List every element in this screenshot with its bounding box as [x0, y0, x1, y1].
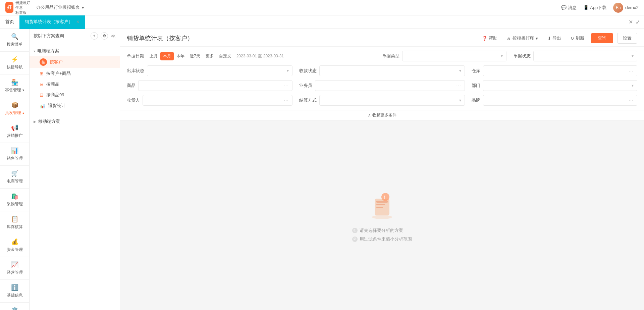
app-download-button[interactable]: 📱 App下载: [583, 5, 606, 11]
scheme-item-by-customer[interactable]: 按 按客户: [30, 56, 120, 68]
refresh-icon: ↻: [571, 36, 574, 41]
tip-1-num: ①: [352, 228, 358, 233]
sidebar-item-system-mgmt[interactable]: ⚙️ 系统管理: [0, 303, 29, 310]
salesperson-label: 业务员: [299, 83, 312, 89]
template-print-label: 按模板打印: [513, 35, 534, 41]
message-button[interactable]: 💬 消息: [561, 5, 577, 11]
warehouse-control[interactable]: ···: [483, 65, 637, 76]
recipient-label: 收货人: [127, 97, 140, 103]
sidebar-item-basic-info[interactable]: ℹ️ 基础信息: [0, 280, 29, 303]
date-tab-last-month[interactable]: 上月: [147, 52, 160, 60]
sidebar-item-retail-mgmt[interactable]: 🏪 零售管理 ▾: [0, 74, 29, 97]
filter-item-out-status: 出库状态 ▾: [127, 65, 292, 76]
date-tab-more[interactable]: 更多: [203, 52, 216, 60]
tab-sales-stats[interactable]: 销货单统计表（按客户） ✕: [19, 15, 85, 29]
returns-stats-label: 退货统计: [48, 103, 65, 109]
sidebar-item-search-menu[interactable]: 🔍 搜索菜单: [0, 29, 29, 52]
date-tab-current-year[interactable]: 本年: [174, 52, 187, 60]
tab-maximize-button[interactable]: ⤢: [636, 19, 640, 25]
mobile-schemes-header[interactable]: ▶ 移动端方案: [30, 116, 120, 126]
help-button[interactable]: ❓ 帮助: [479, 34, 500, 43]
department-control[interactable]: ▾: [483, 80, 637, 91]
filter-row-1: 单据日期 上月 本月 本年 近7天 更多 自定义 2023-03-01 至 20…: [127, 51, 637, 61]
sidebar-item-purchase-mgmt[interactable]: 🛍️ 采购管理: [0, 189, 29, 211]
settings-scheme-icon: ⚙: [103, 34, 106, 38]
settlement-control[interactable]: ▾: [319, 95, 465, 106]
content-area: 销货单统计表（按客户） ❓ 帮助 🖨 按模板打印 ▾ ⬇ 导出 ↻ 刷新: [120, 29, 644, 310]
sidebar-item-quick-nav[interactable]: ⚡ 快捷导航: [0, 52, 29, 74]
sidebar-item-operations-mgmt[interactable]: 📈 经营管理: [0, 257, 29, 280]
by-customer-product-label: 按客户+商品: [46, 70, 71, 76]
sidebar-item-inventory[interactable]: 📋 库存核算: [0, 211, 29, 234]
brand-control[interactable]: ···: [483, 95, 637, 106]
receipt-status-control[interactable]: ▾: [319, 65, 465, 76]
export-button[interactable]: ⬇ 导出: [545, 34, 564, 43]
date-tabs: 上月 本月 本年 近7天 更多 自定义: [147, 52, 234, 60]
warehouse-ellipsis-icon: ···: [629, 68, 634, 73]
pc-schemes-header[interactable]: ▾ 电脑端方案: [30, 46, 120, 56]
sidebar: 🔍 搜索菜单 ⚡ 快捷导航 🏪 零售管理 ▾ 📦 批发管理 ▴ 📢 营销推广: [0, 29, 30, 310]
date-tab-custom[interactable]: 自定义: [216, 52, 234, 60]
logo-area: 好 畅捷通好生意 标赛版: [5, 0, 32, 15]
product-ellipsis-icon: ···: [284, 83, 289, 88]
doc-status-control[interactable]: ▾: [533, 51, 638, 61]
breadcrumb-text: 办公用品行业模拟账套: [36, 4, 80, 10]
tab-bar-actions: ✕ ⤢: [629, 19, 644, 25]
sales-stats-tab-label: 销货单统计表（按客户）: [25, 19, 73, 25]
user-avatar-area[interactable]: Ea demo2: [613, 3, 639, 13]
tab-close-button[interactable]: ✕: [629, 19, 633, 25]
top-header: 好 畅捷通好生意 标赛版 办公用品行业模拟账套 ▾ 💬 消息 📱 App下载 E…: [0, 0, 644, 15]
receipt-status-label: 收款状态: [299, 68, 317, 74]
main-layout: 🔍 搜索菜单 ⚡ 快捷导航 🏪 零售管理 ▾ 📦 批发管理 ▴ 📢 营销推广: [0, 29, 644, 310]
filter-item-settlement: 结算方式 ▾: [299, 95, 465, 106]
header-right: 💬 消息 📱 App下载 Ea demo2: [561, 3, 639, 13]
sidebar-item-wholesale-mgmt[interactable]: 📦 批发管理 ▴: [0, 97, 29, 120]
filter-row-3: 商品 ··· 业务员 ··· 部门: [127, 80, 637, 91]
settings-button[interactable]: 设置: [617, 33, 637, 44]
doc-type-arrow-icon: ▾: [501, 54, 503, 58]
sidebar-item-marketing[interactable]: 📢 营销推广: [0, 120, 29, 143]
collapse-bar-label: 收起更多条件: [372, 112, 396, 118]
by-product-icon: ⊟: [40, 82, 44, 87]
query-button[interactable]: 查询: [591, 33, 613, 43]
collapse-panel-icon: ≪: [111, 33, 116, 39]
salesperson-control[interactable]: ···: [315, 80, 465, 91]
template-print-button[interactable]: 🖨 按模板打印 ▾: [504, 34, 541, 43]
svg-rect-4: [376, 207, 383, 208]
tip-1-text: 请先选择要分析的方案: [360, 227, 403, 234]
refresh-button[interactable]: ↻ 刷新: [568, 34, 587, 43]
recipient-control[interactable]: ···: [143, 95, 292, 106]
sales-mgmt-icon: 📊: [11, 147, 18, 154]
inventory-icon: 📋: [11, 215, 18, 223]
basic-info-label: 基础信息: [7, 293, 23, 298]
doc-type-control[interactable]: ▾: [402, 51, 506, 61]
date-tab-current-month[interactable]: 本月: [160, 52, 174, 60]
scheme-item-by-customer-product[interactable]: ⊞ 按客户+商品: [30, 68, 120, 79]
sidebar-item-sales-mgmt[interactable]: 📊 销售管理: [0, 143, 29, 166]
collapse-panel-button[interactable]: ≪: [111, 33, 116, 39]
collapse-bar[interactable]: ∧ 收起更多条件: [120, 110, 644, 120]
empty-state: ! ① 请先选择要分析的方案 ② 用过滤条件来缩小分析范围: [352, 189, 412, 242]
search-panel-header: 按以下方案查询 + ⚙ ≪: [30, 29, 120, 43]
tab-home[interactable]: 首页: [0, 15, 19, 29]
template-print-arrow-icon: ▾: [536, 36, 538, 41]
empty-tip-2: ② 用过滤条件来缩小分析范围: [352, 236, 412, 242]
scheme-item-by-product-99[interactable]: ⊟ 按商品99: [30, 90, 120, 100]
filter-item-doc-type: 单据类型 ▾: [382, 51, 506, 61]
ecommerce-mgmt-label: 电商管理: [7, 178, 23, 184]
scheme-item-by-product[interactable]: ⊟ 按商品: [30, 79, 120, 90]
sidebar-item-ecommerce-mgmt[interactable]: 🛒 电商管理: [0, 166, 29, 189]
product-control[interactable]: ···: [138, 80, 292, 91]
sidebar-item-finance-mgmt[interactable]: 💰 资金管理: [0, 234, 29, 257]
settings-scheme-button[interactable]: ⚙: [101, 32, 108, 40]
date-tab-last-7-days[interactable]: 近7天: [187, 52, 203, 60]
tab-close-icon[interactable]: ✕: [76, 19, 79, 24]
svg-text:!: !: [384, 195, 385, 200]
out-status-control[interactable]: ▾: [147, 65, 292, 76]
add-scheme-button[interactable]: +: [91, 32, 98, 40]
filter-item-receipt-status: 收款状态 ▾: [299, 65, 465, 76]
home-tab-label: 首页: [5, 19, 14, 25]
wholesale-mgmt-icon: 📦: [11, 101, 18, 109]
search-menu-icon: 🔍: [11, 33, 18, 40]
scheme-item-returns-stats[interactable]: 📊 退货统计: [30, 100, 120, 111]
